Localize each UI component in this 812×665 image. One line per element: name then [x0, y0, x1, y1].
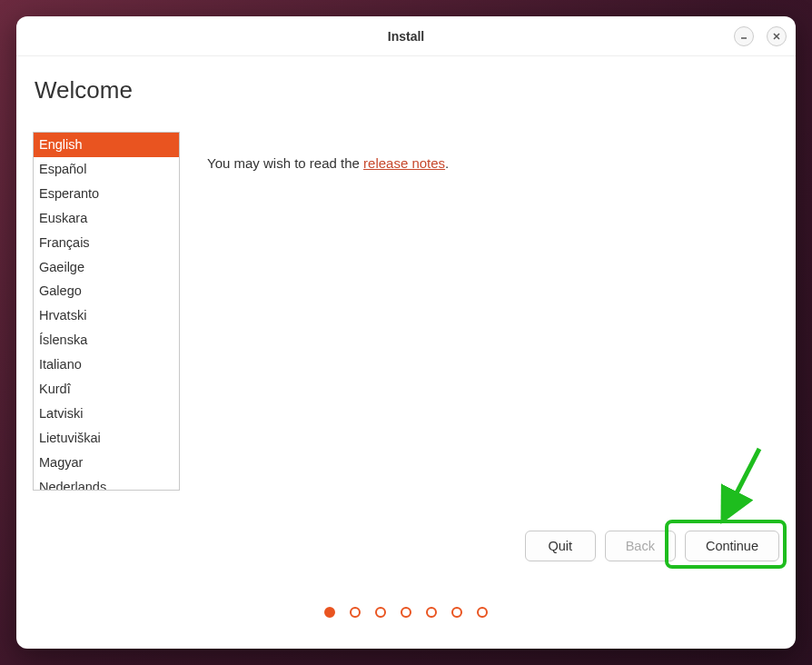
language-item[interactable]: Hrvatski [34, 303, 179, 328]
progress-dots [324, 607, 488, 618]
info-text: You may wish to read the release notes. [207, 132, 449, 171]
progress-dot [350, 607, 361, 618]
button-row: Quit Back Continue [525, 531, 779, 561]
language-item[interactable]: Español [34, 157, 179, 182]
language-item[interactable]: Kurdî [34, 377, 179, 402]
language-item[interactable]: Lietuviškai [34, 426, 179, 451]
progress-dot [477, 607, 488, 618]
close-button[interactable] [767, 26, 787, 46]
language-item[interactable]: English [34, 133, 179, 157]
info-suffix: . [445, 155, 449, 171]
info-prefix: You may wish to read the [207, 155, 363, 171]
window-controls [734, 26, 787, 46]
language-item[interactable]: Gaeilge [34, 255, 179, 280]
language-item[interactable]: Italiano [34, 352, 179, 377]
quit-button[interactable]: Quit [525, 531, 596, 561]
language-item[interactable]: Euskara [34, 206, 179, 231]
language-item[interactable]: Galego [34, 279, 179, 303]
back-button: Back [605, 531, 676, 561]
language-list[interactable]: EnglishEspañolEsperantoEuskaraFrançaisGa… [33, 132, 180, 491]
minimize-button[interactable] [734, 26, 754, 46]
language-item[interactable]: Esperanto [34, 182, 179, 206]
page-title: Welcome [35, 76, 779, 104]
language-item[interactable]: Magyar [34, 451, 179, 475]
progress-dot [426, 607, 437, 618]
language-item[interactable]: Íslenska [34, 328, 179, 352]
progress-dot [324, 607, 335, 618]
titlebar: Install [16, 16, 796, 56]
progress-dot [375, 607, 386, 618]
language-item[interactable]: Français [34, 231, 179, 255]
content-area: Welcome EnglishEspañolEsperantoEuskaraFr… [16, 56, 796, 649]
progress-dot [401, 607, 411, 618]
window-title: Install [388, 29, 424, 44]
release-notes-link[interactable]: release notes [363, 155, 445, 171]
language-item[interactable]: Latviski [34, 402, 179, 426]
continue-button[interactable]: Continue [685, 531, 779, 561]
installer-window: Install Welcome EnglishEspañolEsperantoE… [16, 16, 796, 649]
progress-dot [451, 607, 462, 618]
language-item[interactable]: Nederlands [34, 475, 179, 491]
